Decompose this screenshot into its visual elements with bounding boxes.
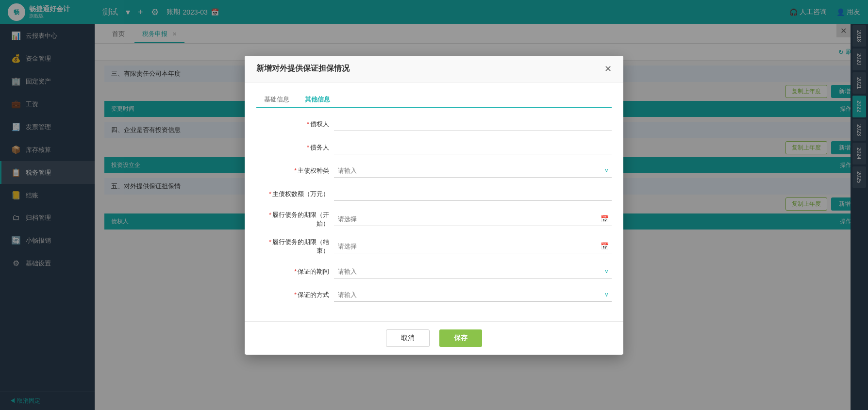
- form-row-period-end: *履行债务的期限（结束） 📅: [256, 238, 612, 255]
- claim-type-select-wrapper: ∨: [334, 164, 612, 178]
- guarantee-method-select-wrapper: ∨: [334, 288, 612, 302]
- period-end-label: *履行债务的期限（结束）: [256, 238, 334, 255]
- period-start-input[interactable]: [334, 213, 612, 226]
- guarantee-period-label: *保证的期间: [256, 267, 334, 276]
- dialog-tab-basic[interactable]: 基础信息: [256, 92, 297, 108]
- creditor-label: *债权人: [256, 120, 334, 129]
- dialog-footer: 取消 保存: [245, 321, 623, 355]
- form-row-guarantee-period: *保证的期间 ∨: [256, 265, 612, 279]
- form-row-debtor: *债务人: [256, 141, 612, 154]
- claim-amount-label: *主债权数额（万元）: [256, 190, 334, 198]
- guarantee-method-label: *保证的方式: [256, 291, 334, 299]
- form-row-claim-type: *主债权种类 ∨: [256, 164, 612, 178]
- calendar-start-icon[interactable]: 📅: [601, 215, 609, 223]
- dialog-sub-tabs: 基础信息 其他信息: [256, 92, 612, 108]
- guarantee-period-select-wrapper: ∨: [334, 265, 612, 279]
- chevron-down-icon: ∨: [604, 167, 609, 174]
- dialog: 新增对外提供保证担保情况 ✕ 基础信息 其他信息 *债权人: [245, 56, 623, 355]
- save-button[interactable]: 保存: [439, 329, 482, 347]
- claim-type-select[interactable]: [334, 164, 612, 177]
- claim-amount-input[interactable]: [334, 187, 612, 201]
- chevron-down-guarantee-method-icon: ∨: [604, 291, 609, 298]
- calendar-end-icon[interactable]: 📅: [601, 242, 609, 250]
- cancel-button[interactable]: 取消: [386, 329, 430, 347]
- chevron-down-guarantee-period-icon: ∨: [604, 268, 609, 275]
- dialog-close-button[interactable]: ✕: [604, 64, 612, 74]
- dialog-title: 新增对外提供保证担保情况: [256, 64, 350, 74]
- form-row-creditor: *债权人: [256, 117, 612, 131]
- dialog-body: 基础信息 其他信息 *债权人 *债务人: [245, 82, 623, 321]
- period-start-label: *履行债务的期限（开始）: [256, 211, 334, 228]
- debtor-input[interactable]: [334, 141, 612, 154]
- debtor-label: *债务人: [256, 143, 334, 152]
- claim-type-label: *主债权种类: [256, 166, 334, 175]
- dialog-header: 新增对外提供保证担保情况 ✕: [245, 56, 623, 82]
- form-row-period-start: *履行债务的期限（开始） 📅: [256, 211, 612, 228]
- period-end-wrapper: 📅: [334, 240, 612, 253]
- form-row-guarantee-method: *保证的方式 ∨: [256, 288, 612, 302]
- period-end-input[interactable]: [334, 240, 612, 253]
- period-start-wrapper: 📅: [334, 213, 612, 226]
- dialog-tab-other[interactable]: 其他信息: [297, 92, 338, 108]
- form-row-claim-amount: *主债权数额（万元）: [256, 187, 612, 201]
- guarantee-period-select[interactable]: [334, 265, 612, 278]
- guarantee-method-select[interactable]: [334, 288, 612, 301]
- creditor-input[interactable]: [334, 117, 612, 131]
- dialog-overlay: 新增对外提供保证担保情况 ✕ 基础信息 其他信息 *债权人: [0, 0, 868, 410]
